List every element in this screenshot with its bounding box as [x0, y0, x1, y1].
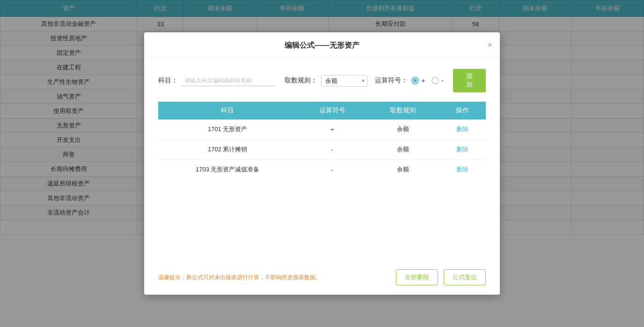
formula-operator-1: - [297, 140, 367, 160]
delete-all-button[interactable]: 全部删除 [396, 269, 438, 285]
subject-group: 科目： [158, 75, 275, 86]
formula-col-运算符号: 运算符号 [297, 102, 367, 119]
add-button[interactable]: 添加 [453, 69, 486, 92]
modal-footer: 温馨提示：新公式只对未出报表进行计算，不影响历史报表数据。 全部删除 公式复位 [144, 263, 500, 295]
operator-minus-label: - [441, 77, 444, 84]
formula-col-取数规则: 取数规则 [368, 102, 439, 119]
operator-minus-circle [432, 77, 439, 84]
footer-tip: 温馨提示：新公式只对未出报表进行计算，不影响历史报表数据。 [158, 274, 321, 282]
formula-action-1: 删除 [439, 140, 486, 160]
subject-input[interactable] [182, 75, 275, 86]
formula-operator-0: + [297, 119, 367, 140]
form-row: 科目： 取数规则： 余额 借方余额 贷方余额 本期发生额 ▼ [158, 69, 486, 92]
modal-header: 编辑公式——无形资产 × [144, 32, 500, 58]
footer-buttons: 全部删除 公式复位 [396, 269, 486, 285]
formula-operator-2: - [297, 160, 367, 180]
formula-table-body: 1701 无形资产+余额删除1702 累计摊销-余额删除1703 无形资产减值准… [158, 119, 486, 179]
delete-row-0-button[interactable]: 删除 [456, 126, 468, 133]
formula-rule-2: 余额 [368, 160, 439, 180]
delete-row-2-button[interactable]: 删除 [456, 166, 468, 173]
rule-select-wrapper: 余额 借方余额 贷方余额 本期发生额 ▼ [321, 75, 366, 87]
edit-formula-modal: 编辑公式——无形资产 × 科目： 取数规则： 余额 借方余额 贷方余额 [144, 32, 500, 295]
formula-action-2: 删除 [439, 160, 486, 180]
formula-row-1: 1702 累计摊销-余额删除 [158, 140, 486, 160]
formula-subject-1: 1702 累计摊销 [158, 140, 297, 160]
modal-body: 科目： 取数规则： 余额 借方余额 贷方余额 本期发生额 ▼ [144, 58, 500, 263]
modal-title: 编辑公式——无形资产 [285, 41, 359, 49]
formula-row-2: 1703 无形资产减值准备-余额删除 [158, 160, 486, 180]
rule-label: 取数规则： [285, 76, 317, 85]
formula-subject-0: 1701 无形资产 [158, 119, 297, 140]
subject-label: 科目： [158, 76, 178, 85]
modal-close-button[interactable]: × [487, 41, 492, 49]
reset-formula-button[interactable]: 公式复位 [444, 269, 486, 285]
formula-rule-0: 余额 [368, 119, 439, 140]
formula-action-0: 删除 [439, 119, 486, 140]
rule-group: 取数规则： 余额 借方余额 贷方余额 本期发生额 ▼ [285, 75, 366, 87]
formula-table-header: 科目运算符号取数规则操作 [158, 102, 486, 119]
rule-select[interactable]: 余额 借方余额 贷方余额 本期发生额 [321, 75, 367, 87]
formula-col-操作: 操作 [439, 102, 486, 119]
formula-subject-2: 1703 无形资产减值准备 [158, 160, 297, 180]
operator-plus-circle [411, 77, 419, 84]
modal-overlay: 编辑公式——无形资产 × 科目： 取数规则： 余额 借方余额 贷方余额 [0, 0, 644, 327]
operator-plus-radio[interactable]: + [411, 77, 425, 84]
delete-row-1-button[interactable]: 删除 [456, 146, 468, 153]
operator-group: 运算符号： + - [375, 76, 444, 85]
operator-minus-radio[interactable]: - [432, 77, 444, 84]
operator-label: 运算符号： [375, 76, 408, 85]
formula-rule-1: 余额 [368, 140, 439, 160]
formula-col-科目: 科目 [158, 102, 297, 119]
formula-row-0: 1701 无形资产+余额删除 [158, 119, 486, 140]
operator-plus-label: + [421, 77, 425, 84]
operator-radio-group: + - [411, 77, 444, 84]
formula-table: 科目运算符号取数规则操作 1701 无形资产+余额删除1702 累计摊销-余额删… [158, 102, 486, 179]
